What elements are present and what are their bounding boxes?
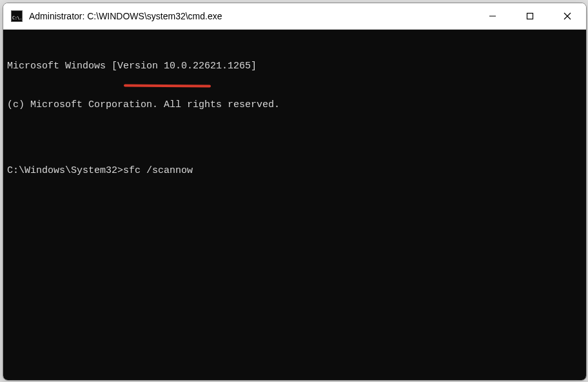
terminal-prompt: C:\Windows\System32> bbox=[7, 165, 123, 176]
red-underline-annotation bbox=[124, 85, 211, 88]
minimize-button[interactable] bbox=[474, 3, 511, 29]
window-title: Administrator: C:\WINDOWS\system32\cmd.e… bbox=[29, 11, 222, 21]
terminal-line-version: Microsoft Windows [Version 10.0.22621.12… bbox=[7, 60, 582, 73]
terminal-command: sfc /scannow bbox=[123, 165, 193, 176]
terminal-area[interactable]: Microsoft Windows [Version 10.0.22621.12… bbox=[3, 30, 586, 380]
cmd-icon: C:\. bbox=[11, 10, 23, 22]
cmd-window: C:\. Administrator: C:\WINDOWS\system32\… bbox=[3, 3, 587, 381]
titlebar[interactable]: C:\. Administrator: C:\WINDOWS\system32\… bbox=[3, 3, 586, 30]
maximize-icon bbox=[526, 12, 534, 20]
close-button[interactable] bbox=[549, 3, 586, 29]
close-icon bbox=[564, 12, 571, 20]
minimize-icon bbox=[489, 12, 496, 20]
terminal-prompt-line: C:\Windows\System32>sfc /scannow bbox=[7, 165, 582, 177]
terminal-line-copyright: (c) Microsoft Corporation. All rights re… bbox=[7, 99, 582, 112]
svg-rect-1 bbox=[527, 14, 533, 19]
maximize-button[interactable] bbox=[511, 3, 549, 29]
cmd-icon-text: C:\. bbox=[12, 15, 23, 21]
